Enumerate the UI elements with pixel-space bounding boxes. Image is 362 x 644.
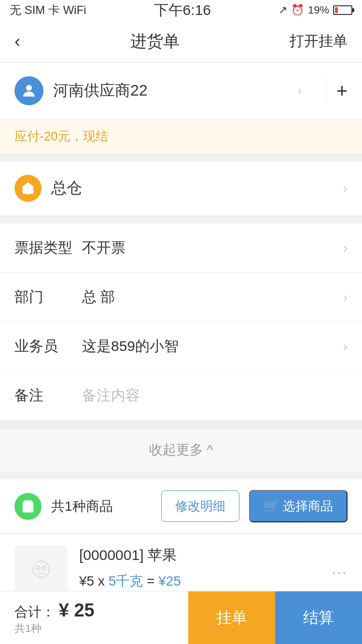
price-qty: 5千克: [109, 574, 143, 588]
page-title: 进货单: [130, 30, 180, 53]
add-supplier-button[interactable]: +: [336, 80, 348, 102]
settle-button[interactable]: 结算: [275, 591, 362, 644]
form-row-sales[interactable]: 业务员 这是859的小智 ›: [0, 322, 362, 371]
form-row-remark[interactable]: 备注 备注内容: [0, 371, 362, 420]
divider: [326, 79, 327, 103]
product-price: ¥5 x 5千克 = ¥25: [79, 572, 320, 590]
status-left: 无 SIM 卡 WiFi: [10, 2, 86, 18]
edit-detail-button[interactable]: 修改明细: [161, 490, 239, 522]
supplier-avatar: [14, 76, 43, 105]
alarm-icon: ⏰: [291, 4, 304, 16]
sim-label: 无 SIM 卡 WiFi: [10, 2, 86, 18]
product-header: 共1种商品 修改明细 🛒 选择商品: [0, 479, 362, 533]
supplier-row[interactable]: 河南供应商22 › +: [0, 63, 362, 119]
content: 河南供应商22 › + 应付-20元，现结 总仓 › 票据类型 不开票 › 部门…: [0, 63, 362, 644]
more-options-button[interactable]: ···: [332, 563, 348, 581]
svg-point-0: [26, 85, 32, 91]
dept-chevron-icon: ›: [343, 290, 348, 305]
battery-label: 19%: [308, 4, 329, 16]
status-right: ↗ ⏰ 19%: [278, 4, 352, 16]
price-multiply: x: [98, 574, 109, 588]
warehouse-chevron-icon: ›: [343, 181, 348, 196]
supplier-card: 河南供应商22 › + 应付-20元，现结: [0, 63, 362, 154]
invoice-value: 不开票: [82, 238, 343, 258]
sales-value: 这是859的小智: [82, 336, 343, 356]
dept-label: 部门: [14, 287, 82, 307]
select-product-label: 选择商品: [283, 498, 333, 515]
product-count: 共1种商品: [51, 497, 152, 516]
location-icon: ↗: [278, 4, 287, 16]
cart-icon: 🛒: [264, 499, 279, 514]
open-hang-button[interactable]: 打开挂单: [290, 31, 348, 51]
product-icon: [14, 493, 42, 520]
svg-point-5: [37, 567, 40, 569]
battery-icon: [333, 5, 352, 15]
product-info: [0000001] 苹果 ¥5 x 5千克 = ¥25: [79, 546, 320, 590]
svg-point-2: [33, 561, 49, 577]
form-row-invoice[interactable]: 票据类型 不开票 ›: [0, 224, 362, 273]
svg-point-6: [43, 567, 45, 569]
invoice-chevron-icon: ›: [343, 240, 348, 256]
price-value: ¥5: [79, 574, 94, 588]
total-section: 合计： ¥ 25 共1种: [0, 600, 188, 636]
collapse-bar[interactable]: 收起更多 ^: [0, 428, 362, 472]
invoice-label: 票据类型: [14, 238, 82, 258]
form-row-dept[interactable]: 部门 总 部 ›: [0, 273, 362, 322]
product-name: [0000001] 苹果: [79, 546, 320, 565]
sales-label: 业务员: [14, 336, 82, 356]
total-count: 共1种: [14, 621, 174, 636]
sales-chevron-icon: ›: [343, 339, 348, 354]
total-amount: ¥ 25: [59, 600, 95, 620]
svg-text:智+: 智+: [38, 577, 44, 582]
price-equals: =: [147, 574, 158, 588]
supplier-chevron-icon: ›: [297, 83, 302, 98]
warehouse-row[interactable]: 总仓 ›: [0, 161, 362, 216]
warehouse-icon: [14, 175, 42, 202]
back-button[interactable]: ‹: [14, 31, 20, 52]
price-total: ¥25: [158, 574, 181, 588]
supplier-notice: 应付-20元，现结: [0, 119, 362, 154]
bottom-bar: 合计： ¥ 25 共1种 挂单 结算: [0, 591, 362, 644]
nav-bar: ‹ 进货单 打开挂单: [0, 20, 362, 63]
dept-value: 总 部: [82, 287, 343, 307]
total-label: 合计：: [14, 604, 55, 619]
status-time: 下午6:16: [154, 0, 211, 20]
select-product-button[interactable]: 🛒 选择商品: [249, 490, 348, 522]
remark-label: 备注: [14, 386, 82, 406]
warehouse-label: 总仓: [51, 178, 343, 199]
remark-value[interactable]: 备注内容: [82, 386, 348, 406]
hang-button[interactable]: 挂单: [188, 591, 275, 644]
status-bar: 无 SIM 卡 WiFi 下午6:16 ↗ ⏰ 19%: [0, 0, 362, 20]
supplier-name: 河南供应商22: [53, 80, 297, 101]
form-card: 票据类型 不开票 › 部门 总 部 › 业务员 这是859的小智 › 备注 备注…: [0, 224, 362, 420]
